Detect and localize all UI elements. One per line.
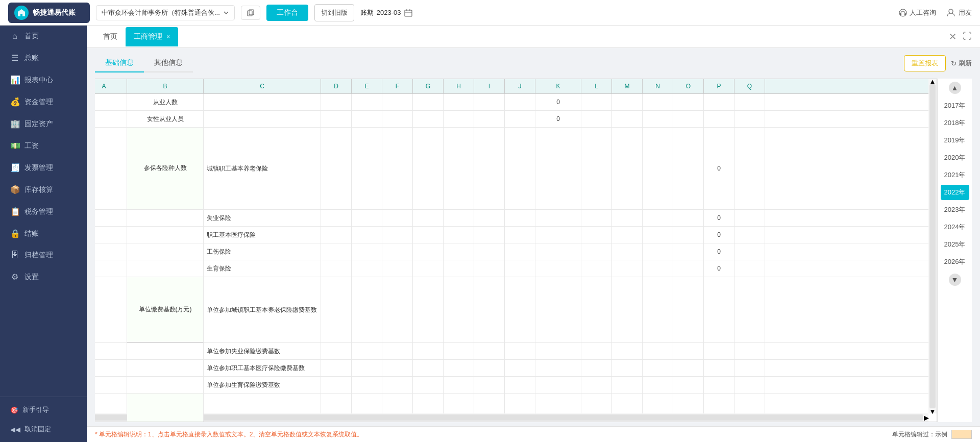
sidebar-item-home[interactable]: ⌂首页 [0, 26, 87, 47]
sidebar-item-reports[interactable]: 📊报表中心 [0, 69, 87, 91]
cell-a-18[interactable] [95, 111, 127, 127]
cell-i-19[interactable] [474, 128, 505, 209]
cell-o-18[interactable] [673, 111, 704, 127]
cell-a-23[interactable] [95, 260, 127, 277]
cell-m-26[interactable] [612, 360, 643, 376]
cell-c-18[interactable] [204, 111, 321, 127]
scroll-track-x[interactable] [95, 414, 923, 421]
cell-g-25[interactable] [413, 343, 444, 359]
cell-q-17[interactable] [734, 94, 765, 110]
cell-j-27[interactable] [505, 377, 535, 393]
cell-a-22[interactable] [95, 243, 127, 260]
cell-q-27[interactable] [734, 377, 765, 393]
old-version-button[interactable]: 切到旧版 [314, 4, 354, 21]
year-nav-down[interactable]: ▼ [949, 271, 961, 289]
cell-d-26[interactable] [321, 360, 352, 376]
cell-i-23[interactable] [474, 260, 505, 277]
sub-tab-basic[interactable]: 基础信息 [95, 54, 144, 72]
cell-b-19[interactable]: 参保各险种人数 [127, 128, 204, 209]
year-nav-up[interactable]: ▲ [949, 79, 961, 97]
copy-button[interactable] [241, 6, 260, 20]
cell-a-24[interactable] [95, 277, 127, 342]
year-item-2019[interactable]: 2019年 [941, 133, 969, 148]
cell-a-20[interactable] [95, 210, 127, 226]
cell-c-22[interactable]: 工伤保险 [204, 243, 321, 260]
sidebar-item-inventory[interactable]: 📦库存核算 [0, 179, 87, 201]
sub-tab-other[interactable]: 其他信息 [144, 54, 193, 72]
cell-j-26[interactable] [505, 360, 535, 376]
cell-o-22[interactable] [673, 243, 704, 260]
cell-b-24[interactable]: 单位缴费基数(万元) [127, 277, 204, 342]
cell-q-20[interactable] [734, 210, 765, 226]
cell-j-22[interactable] [505, 243, 535, 260]
scroll-track-y[interactable] [929, 84, 936, 408]
cell-a-26[interactable] [95, 360, 127, 376]
cell-d-20[interactable] [321, 210, 352, 226]
calendar-icon[interactable] [404, 9, 412, 17]
cell-a-17[interactable] [95, 94, 127, 110]
cell-i-21[interactable] [474, 227, 505, 243]
cell-b-28[interactable]: 本期实际缴费金额(万元) [127, 394, 204, 422]
cell-h-20[interactable] [444, 210, 474, 226]
cell-b-27[interactable] [127, 377, 204, 393]
cell-h-17[interactable] [444, 94, 474, 110]
cell-o-23[interactable] [673, 260, 704, 277]
cell-d-27[interactable] [321, 377, 352, 393]
cell-f-18[interactable] [382, 111, 413, 127]
cell-i-22[interactable] [474, 243, 505, 260]
cell-p-27[interactable] [704, 377, 734, 393]
cell-k-22[interactable] [535, 243, 581, 260]
cell-c-26[interactable]: 单位参加职工基本医疗保险缴费基数 [204, 360, 321, 376]
cell-g-21[interactable] [413, 227, 444, 243]
cell-j-24[interactable] [505, 277, 535, 342]
cell-k-27[interactable] [535, 377, 581, 393]
cell-g-20[interactable] [413, 210, 444, 226]
cell-k-25[interactable] [535, 343, 581, 359]
year-item-2020[interactable]: 2020年 [941, 150, 969, 165]
cell-l-19[interactable] [581, 128, 612, 209]
cell-f-23[interactable] [382, 260, 413, 277]
cell-o-24[interactable] [673, 277, 704, 342]
year-item-2017[interactable]: 2017年 [941, 98, 969, 113]
year-item-2023[interactable]: 2023年 [941, 202, 969, 217]
cell-l-22[interactable] [581, 243, 612, 260]
cell-j-23[interactable] [505, 260, 535, 277]
year-item-2024[interactable]: 2024年 [941, 219, 969, 235]
sidebar-item-ledger[interactable]: ☰总账 [0, 47, 87, 69]
cell-c-23[interactable]: 生育保险 [204, 260, 321, 277]
sidebar-item-assets[interactable]: 🏢固定资产 [0, 113, 87, 135]
cell-l-20[interactable] [581, 210, 612, 226]
cell-d-21[interactable] [321, 227, 352, 243]
expand-button[interactable]: ⛶ [963, 31, 972, 42]
cell-b-22[interactable] [127, 243, 204, 260]
cell-p-22[interactable]: 0 [704, 243, 734, 260]
user-area[interactable]: 用友 [946, 8, 972, 17]
cell-k-24[interactable] [535, 277, 581, 342]
cell-c-27[interactable]: 单位参加生育保险缴费基数 [204, 377, 321, 393]
cell-k-23[interactable] [535, 260, 581, 277]
cell-h-26[interactable] [444, 360, 474, 376]
cell-o-21[interactable] [673, 227, 704, 243]
scroll-y[interactable]: ▲ ▼ [928, 79, 937, 413]
cell-f-24[interactable] [382, 277, 413, 342]
cell-e-24[interactable] [352, 277, 382, 342]
service-button[interactable]: 人工咨询 [898, 8, 936, 17]
cell-p-24[interactable] [704, 277, 734, 342]
new-user-guide[interactable]: 🎯 新手引导 [10, 402, 77, 418]
scroll-x[interactable]: ◀ ▶ [95, 413, 928, 422]
cell-j-25[interactable] [505, 343, 535, 359]
year-item-2022[interactable]: 2022年 [941, 185, 969, 200]
cell-d-24[interactable] [321, 277, 352, 342]
cell-p-17[interactable] [704, 94, 734, 110]
cell-n-25[interactable] [643, 343, 673, 359]
cell-l-23[interactable] [581, 260, 612, 277]
cell-e-23[interactable] [352, 260, 382, 277]
cell-o-20[interactable] [673, 210, 704, 226]
cell-f-22[interactable] [382, 243, 413, 260]
cell-i-17[interactable] [474, 94, 505, 110]
cell-e-26[interactable] [352, 360, 382, 376]
cell-e-25[interactable] [352, 343, 382, 359]
cell-f-17[interactable] [382, 94, 413, 110]
cell-k-26[interactable] [535, 360, 581, 376]
cell-k-21[interactable] [535, 227, 581, 243]
